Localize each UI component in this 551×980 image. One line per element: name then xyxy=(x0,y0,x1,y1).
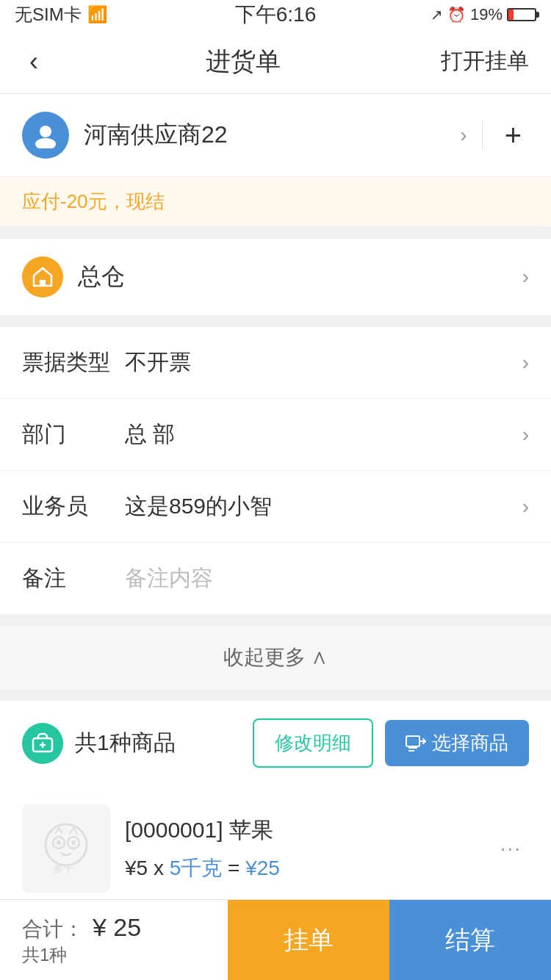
sales-chevron-icon: › xyxy=(522,495,529,519)
location-icon: ↗ xyxy=(431,6,443,24)
product-thumbnail: 睿十 xyxy=(22,804,110,893)
product-name: [0000001] 苹果 xyxy=(125,815,478,846)
warehouse-icon xyxy=(22,256,63,298)
warehouse-chevron-icon: › xyxy=(522,265,529,289)
back-icon: ‹ xyxy=(29,46,38,76)
supplier-row[interactable]: 河南供应商22 › + xyxy=(0,94,551,177)
supplier-avatar xyxy=(22,112,69,159)
battery-icon xyxy=(507,8,536,21)
dept-row[interactable]: 部门 总 部 › xyxy=(0,399,551,471)
product-equals: = xyxy=(228,857,245,879)
products-section: 共1种商品 修改明细 选择商品 xyxy=(0,701,551,910)
product-icon xyxy=(22,723,63,764)
form-section: 票据类型 不开票 › 部门 总 部 › 业务员 这是859的小智 › 备注 备注… xyxy=(0,327,551,614)
warehouse-name: 总仓 xyxy=(78,261,522,293)
invoice-row[interactable]: 票据类型 不开票 › xyxy=(0,327,551,399)
svg-point-12 xyxy=(57,840,61,845)
product-title: 苹果 xyxy=(229,818,273,842)
svg-point-9 xyxy=(46,824,87,865)
product-code: [0000001] xyxy=(125,818,229,842)
product-item: 睿十 [0000001] 苹果 ¥5 x 5千克 = ¥25 ··· xyxy=(0,787,551,910)
svg-rect-6 xyxy=(406,736,419,746)
dept-chevron-icon: › xyxy=(522,423,529,447)
open-hang-button[interactable]: 打开挂单 xyxy=(441,46,529,76)
product-unit-price: ¥5 x xyxy=(125,857,170,879)
settle-button[interactable]: 结算 xyxy=(389,900,551,980)
sales-value: 这是859的小智 xyxy=(125,491,522,522)
battery-fill xyxy=(508,10,514,20)
svg-rect-2 xyxy=(40,280,46,286)
edit-detail-button[interactable]: 修改明细 xyxy=(253,718,373,768)
svg-point-1 xyxy=(35,138,56,148)
warehouse-row[interactable]: 总仓 › xyxy=(0,238,551,315)
supplier-name: 河南供应商22 xyxy=(84,119,460,151)
carrier-label: 无SIM卡 xyxy=(15,3,82,26)
product-total: ¥25 xyxy=(245,857,280,879)
select-product-label: 选择商品 xyxy=(432,730,508,756)
supplier-divider xyxy=(482,120,483,150)
wifi-icon: 📶 xyxy=(87,5,107,24)
invoice-label: 票据类型 xyxy=(22,347,125,378)
remark-label: 备注 xyxy=(22,563,125,594)
product-qty: 5千克 xyxy=(170,857,223,879)
alert-text: 应付-20元，现结 xyxy=(22,190,165,212)
invoice-value: 不开票 xyxy=(125,347,522,378)
invoice-chevron-icon: › xyxy=(522,351,529,375)
dept-label: 部门 xyxy=(22,419,125,450)
back-button[interactable]: ‹ xyxy=(22,39,46,84)
status-bar: 无SIM卡 📶 下午6:16 ↗ ⏰ 19% xyxy=(0,0,551,29)
total-count: 共1种 xyxy=(22,943,206,967)
product-count: 共1种商品 xyxy=(75,728,241,758)
total-section: 合计： ¥ 25 共1种 xyxy=(0,900,228,980)
total-label-inline: 合计： xyxy=(22,915,84,943)
sales-label: 业务员 xyxy=(22,491,125,522)
remark-row[interactable]: 备注 备注内容 xyxy=(0,543,551,614)
alert-banner: 应付-20元，现结 xyxy=(0,177,551,226)
svg-text:睿十: 睿十 xyxy=(53,862,73,874)
status-left: 无SIM卡 📶 xyxy=(15,3,107,26)
collapse-label: 收起更多 ∧ xyxy=(223,644,328,671)
sales-row[interactable]: 业务员 这是859的小智 › xyxy=(0,471,551,543)
total-amount: ¥ 25 xyxy=(93,913,141,942)
alarm-icon: ⏰ xyxy=(447,6,466,24)
status-right: ↗ ⏰ 19% xyxy=(431,5,536,24)
nav-bar: ‹ 进货单 打开挂单 xyxy=(0,29,551,94)
supplier-chevron-icon: › xyxy=(460,123,467,147)
product-price-line: ¥5 x 5千克 = ¥25 xyxy=(125,854,478,882)
supplier-section: 河南供应商22 › + 应付-20元，现结 xyxy=(0,94,551,226)
product-header: 共1种商品 修改明细 选择商品 xyxy=(0,701,551,785)
main-content: 河南供应商22 › + 应付-20元，现结 总仓 › 票据类型 不开票 › xyxy=(0,94,551,980)
bottom-bar: 合计： ¥ 25 共1种 挂单 结算 xyxy=(0,899,551,980)
remark-input[interactable]: 备注内容 xyxy=(125,563,529,594)
product-info: [0000001] 苹果 ¥5 x 5千克 = ¥25 xyxy=(125,815,478,882)
collapse-button[interactable]: 收起更多 ∧ xyxy=(0,626,551,689)
battery-label: 19% xyxy=(470,5,503,24)
product-more-button[interactable]: ··· xyxy=(493,829,529,868)
supplier-add-button[interactable]: + xyxy=(497,119,529,152)
dept-value: 总 部 xyxy=(125,419,522,450)
page-title: 进货单 xyxy=(206,45,281,79)
svg-point-0 xyxy=(40,126,51,137)
hang-button[interactable]: 挂单 xyxy=(228,900,389,980)
select-product-button[interactable]: 选择商品 xyxy=(385,720,529,766)
svg-point-13 xyxy=(71,840,76,845)
warehouse-section: 总仓 › xyxy=(0,238,551,315)
status-time: 下午6:16 xyxy=(235,1,317,29)
